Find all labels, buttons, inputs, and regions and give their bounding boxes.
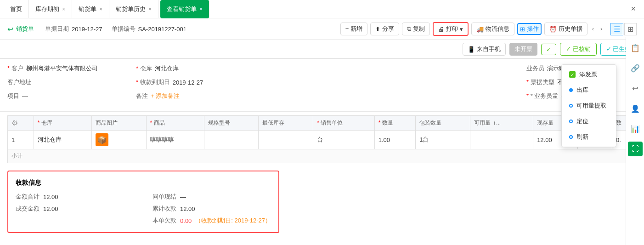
tab-sales-history[interactable]: 销货单历史 × [109, 0, 158, 18]
dropdown-refresh[interactable]: 刷新 [562, 129, 616, 145]
form-row-1: 客户 柳州粤港平安气体有限公司 仓库 河北仓库 业务员 演示账号 [7, 64, 637, 73]
customer-field: 客户 柳州粤港平安气体有限公司 [7, 64, 118, 73]
total-amount-row: 金额合计 12.00 [16, 193, 134, 201]
copy-button[interactable]: ⧉ 复制 [402, 23, 430, 35]
row-min-stock [259, 131, 313, 149]
row-sales-unit: 台 [313, 131, 374, 149]
tab-inventory-init[interactable]: 库存期初 × [29, 0, 72, 18]
col-warehouse: 仓库 [34, 116, 91, 131]
outbound-icon [569, 88, 573, 92]
doc-number-field: 单据编号 SA-20191227-001 [112, 25, 187, 33]
doc-title: ↩ 销货单 [7, 25, 34, 34]
from-phone-button[interactable]: 📱 来自手机 [463, 43, 506, 56]
subtotal-row: 小计 [8, 149, 637, 163]
locate-icon [569, 120, 573, 123]
operation-icon: ⊞ [520, 26, 525, 33]
table-section: ⚙ 仓库 商品图片 商品 规格型号 最低库存 销售单位 数量 包装数量 可用量（… [0, 115, 644, 163]
col-settings[interactable]: ⚙ [8, 116, 34, 131]
tab-inventory-init-close[interactable]: × [62, 6, 65, 12]
new-button[interactable]: + 新增 [340, 23, 367, 35]
sidebar-user-icon[interactable]: 👤 [628, 101, 643, 116]
row-available [470, 131, 533, 149]
effective-check-icon: ✓ [606, 46, 611, 52]
address-field: 客户地址 — [7, 78, 118, 86]
dropdown-outbound[interactable]: 出库 [562, 82, 616, 98]
row-product: 嘻嘻嘻嘻 [146, 131, 204, 149]
note-field: 备注 + 添加备注 [136, 92, 246, 100]
history-icon: ⏰ [549, 26, 557, 33]
balance-row: 本单欠款 0.00 （收款到期日: 2019-12-27） [153, 217, 271, 225]
doc-date-field: 单据日期 2019-12-27 [45, 25, 102, 33]
right-sidebar: 📋 🔗 ↩ 👤 📊 ⛶ [626, 37, 644, 245]
share-button[interactable]: ⬆ 分享 [370, 23, 399, 35]
warehouse-field: 仓库 河北仓库 [136, 64, 246, 73]
tab-home[interactable]: 首页 [4, 0, 29, 18]
row-product-image: 📦 [91, 131, 146, 149]
next-record-button[interactable]: › [599, 24, 604, 34]
grid-view-tab[interactable]: ⊞ [624, 23, 637, 35]
payment-title: 收款信息 [16, 179, 271, 187]
operation-button[interactable]: ⊞ 操作 [517, 23, 542, 35]
tab-sales-history-close[interactable]: × [148, 6, 152, 12]
history-button[interactable]: ⏰ 历史单据 [544, 23, 588, 35]
col-quantity: 数量 [374, 116, 416, 131]
payment-info: 收款信息 金额合计 12.00 同单现结 — 成交金额 12.00 累计收款 1… [7, 171, 279, 233]
doc-title-icon: ↩ [7, 25, 13, 34]
row-quantity: 1.00 [374, 131, 416, 149]
global-close-button[interactable]: × [626, 4, 640, 14]
dropdown-add-invoice[interactable]: ✓ 添发票 [562, 67, 616, 82]
toolbar2: 📱 来自手机 未开票 ✓ ✓ 已核销 ✓ 已生效 [0, 40, 644, 59]
sidebar-doc-icon[interactable]: 📋 [628, 40, 643, 55]
col-product-image: 商品图片 [91, 116, 146, 131]
payment-rows: 金额合计 12.00 同单现结 — 成交金额 12.00 累计收款 12.00 … [16, 193, 271, 225]
doc-meta: 单据日期 2019-12-27 单据编号 SA-20191227-001 [45, 25, 340, 33]
col-available: 可用量（... [470, 116, 533, 131]
col-spec: 规格型号 [204, 116, 259, 131]
check-button[interactable]: ✓ [541, 44, 556, 55]
check-circle-icon: ✓ [566, 46, 571, 52]
phone-icon: 📱 [468, 46, 475, 53]
dropdown-available-pickup[interactable]: 可用量提取 [562, 98, 616, 114]
form-section: 客户 柳州粤港平安气体有限公司 仓库 河北仓库 业务员 演示账号 客户地址 — … [0, 59, 644, 112]
truck-icon: 🚚 [476, 26, 484, 33]
logistics-button[interactable]: 🚚 物流信息 [471, 23, 514, 35]
cumulative-row: 累计收款 12.00 [153, 205, 271, 213]
tab-sales-order-close[interactable]: × [99, 6, 102, 12]
print-icon: 🖨 [438, 26, 444, 33]
row-spec [204, 131, 259, 149]
bottom-section: 收款信息 金额合计 12.00 同单现结 — 成交金额 12.00 累计收款 1… [0, 163, 644, 240]
view-tabs: ☰ ⊞ [610, 23, 637, 35]
available-pickup-icon [569, 104, 573, 108]
table-row: 1 河北仓库 📦 嘻嘻嘻嘻 台 1.00 1台 12.00 0. [8, 131, 637, 149]
not-opened-button[interactable]: 未开票 [509, 43, 537, 56]
operation-dropdown: ✓ 添发票 出库 可用量提取 定位 刷新 [561, 64, 616, 147]
sidebar-link-icon[interactable]: 🔗 [628, 61, 643, 75]
sidebar-chart-icon[interactable]: 📊 [628, 121, 643, 136]
add-invoice-icon: ✓ [569, 71, 576, 78]
transaction-row: 成交金额 12.00 [16, 205, 134, 213]
col-product: 商品 [146, 116, 204, 131]
refresh-icon [569, 135, 573, 139]
form-row-2: 客户地址 — 收款到期日 2019-12-27 票据类型 不开票 [7, 78, 637, 86]
tab-view-sales-close[interactable]: × [199, 6, 203, 12]
same-order-settle-row: 同单现结 — [153, 193, 271, 201]
tab-view-sales[interactable]: 查看销货单 × [160, 0, 209, 18]
form-row-3: 项目 — 备注 + 添加备注 * 业务员孟 — [7, 92, 637, 100]
sidebar-expand-icon[interactable]: ⛶ [628, 142, 643, 156]
row-warehouse: 河北仓库 [34, 131, 91, 149]
main-content: ↩ 销货单 单据日期 2019-12-27 单据编号 SA-20191227-0… [0, 18, 644, 245]
prev-record-button[interactable]: ‹ [590, 24, 596, 34]
dropdown-locate[interactable]: 定位 [562, 114, 616, 129]
copy-icon: ⧉ [407, 25, 411, 33]
check-icon: ✓ [546, 46, 551, 53]
print-dropdown-arrow: ▾ [460, 26, 463, 33]
print-button[interactable]: 🖨 打印 ▾ [433, 22, 469, 36]
tab-sales-order[interactable]: 销货单 × [72, 0, 109, 18]
toolbar: + 新增 ⬆ 分享 ⧉ 复制 🖨 打印 ▾ 🚚 物流信息 ⊞ 操作 [340, 22, 637, 36]
sidebar-return-icon[interactable]: ↩ [628, 81, 643, 96]
col-pack-qty: 包装数量 [416, 116, 470, 131]
subtotal-label: 小计 [8, 149, 637, 163]
canceled-button[interactable]: ✓ 已核销 [560, 43, 596, 56]
row-no: 1 [8, 131, 34, 149]
list-view-tab[interactable]: ☰ [610, 23, 623, 35]
